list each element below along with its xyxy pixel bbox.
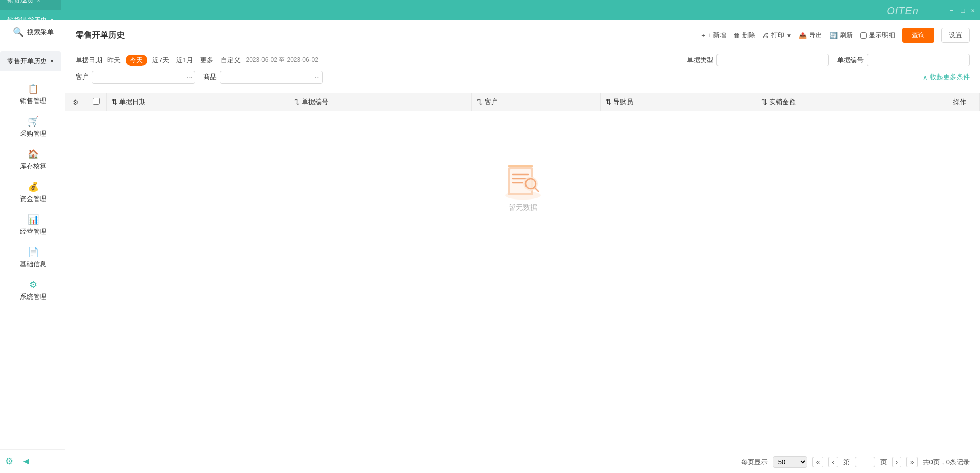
sidebar: 🔍 搜索采单 ⊞快捷导航📋销售管理🛒采购管理🏠库存核算💰资金管理📊经营管理📄基础… xyxy=(0,20,65,473)
main-layout: 🔍 搜索采单 ⊞快捷导航📋销售管理🛒采购管理🏠库存核算💰资金管理📊经营管理📄基础… xyxy=(0,20,980,473)
page-header: 零售开单历史 + + 新增 🗑 删除 🖨 打印 ▼ 📤 导出 xyxy=(65,20,980,48)
doc-type-select[interactable] xyxy=(716,54,829,66)
collapse-btn-container: ∧ 收起更多条件 xyxy=(923,70,970,84)
doc-number-label: 单据编号 xyxy=(837,56,864,65)
query-button[interactable]: 查询 xyxy=(902,28,934,43)
data-table: ⚙⇅ 单据日期⇅ 单据编号⇅ 客户⇅ 导购员⇅ 实销金额操作 xyxy=(65,93,980,111)
date-opt-5[interactable]: 自定义 xyxy=(219,55,243,66)
maximize-btn[interactable]: □ xyxy=(961,7,965,14)
tab-sales-return-history[interactable]: 销货退货历史× xyxy=(0,10,61,31)
finance-label: 资金管理 xyxy=(20,194,46,204)
display-detail-input[interactable] xyxy=(860,32,867,39)
col-header-date[interactable]: ⇅ 单据日期 xyxy=(106,93,289,111)
col-header-guide[interactable]: ⇅ 导购员 xyxy=(601,93,756,111)
date-opt-3[interactable]: 近1月 xyxy=(174,55,195,66)
sidebar-item-inventory[interactable]: 🏠库存核算 xyxy=(0,142,65,175)
inventory-label: 库存核算 xyxy=(20,162,46,171)
tab-retail-open-history[interactable]: 零售开单历史× xyxy=(0,51,61,71)
filter-row-1: 单据日期 昨天今天近7天近1月更多自定义 2023-06-02 至 2023-0… xyxy=(76,54,970,66)
product-input[interactable] xyxy=(220,71,323,84)
doc-type-label: 单据类型 xyxy=(687,56,713,65)
close-btn[interactable]: × xyxy=(971,7,975,14)
export-button[interactable]: 📤 导出 xyxy=(799,31,822,40)
table-header: ⚙⇅ 单据日期⇅ 单据编号⇅ 客户⇅ 导购员⇅ 实销金额操作 xyxy=(65,93,980,111)
delete-label: 删除 xyxy=(742,31,755,40)
sidebar-footer: ⚙ ◄ xyxy=(0,449,65,473)
col-header-number[interactable]: ⇅ 单据编号 xyxy=(289,93,472,111)
date-opt-1[interactable]: 今天 xyxy=(126,55,147,66)
print-button[interactable]: 🖨 打印 ▼ xyxy=(762,31,792,40)
collapse-icon: ∧ xyxy=(923,73,928,81)
date-opt-0[interactable]: 昨天 xyxy=(105,55,123,66)
prev-page-btn[interactable]: ‹ xyxy=(828,457,838,467)
display-detail-label: 显示明细 xyxy=(869,31,895,40)
delete-icon: 🗑 xyxy=(733,32,740,39)
refresh-button[interactable]: 🔄 刷新 xyxy=(829,31,853,40)
export-icon: 📤 xyxy=(799,32,807,39)
page-size-select[interactable]: 102050100 xyxy=(773,456,807,468)
brand-watermark: OfTEn xyxy=(887,5,919,17)
date-opt-2[interactable]: 近7天 xyxy=(150,55,171,66)
pagination-bar: 每页显示 102050100 « ‹ 第 1 页 › » 共0页，0条记录 xyxy=(65,451,980,473)
page-title: 零售开单历史 xyxy=(76,30,125,41)
settings-icon[interactable]: ⚙ xyxy=(5,456,13,467)
next-page-btn[interactable]: › xyxy=(892,457,901,467)
sidebar-item-operations[interactable]: 📊经营管理 xyxy=(0,208,65,240)
sys-mgmt-icon: ⚙ xyxy=(29,279,37,290)
print-icon: 🖨 xyxy=(762,32,769,39)
table-header-row: ⚙⇅ 单据日期⇅ 单据编号⇅ 客户⇅ 导购员⇅ 实销金额操作 xyxy=(65,93,980,111)
content-area: 零售开单历史 + + 新增 🗑 删除 🖨 打印 ▼ 📤 导出 xyxy=(65,20,980,473)
tab-close-sales-return-history[interactable]: × xyxy=(50,17,54,24)
sidebar-item-basic-info[interactable]: 📄基础信息 xyxy=(0,240,65,273)
settings-button[interactable]: 设置 xyxy=(941,28,970,43)
inventory-icon: 🏠 xyxy=(28,148,39,160)
filter-row-2: 客户 ··· 商品 ··· ∧ xyxy=(76,70,970,84)
tab-retail-open[interactable]: 零售开单× xyxy=(0,31,61,51)
tab-sales-return[interactable]: 销货退货× xyxy=(0,0,61,10)
delete-button[interactable]: 🗑 删除 xyxy=(733,31,755,40)
col-header-operation: 操作 xyxy=(939,93,980,111)
first-page-btn[interactable]: « xyxy=(812,457,823,467)
page-input[interactable]: 1 xyxy=(855,457,875,467)
refresh-label: 刷新 xyxy=(840,31,853,40)
col-header-settings: ⚙ xyxy=(65,93,86,111)
customer-filter: 客户 ··· xyxy=(76,71,195,84)
product-filter: 商品 ··· xyxy=(203,71,323,84)
sidebar-item-purchase-mgmt[interactable]: 🛒采购管理 xyxy=(0,110,65,142)
collapse-sidebar-icon[interactable]: ◄ xyxy=(21,456,31,467)
last-page-btn[interactable]: » xyxy=(906,457,917,467)
doc-number-input[interactable] xyxy=(867,54,970,66)
col-header-amount[interactable]: ⇅ 实销金额 xyxy=(756,93,939,111)
minimize-btn[interactable]: － xyxy=(948,6,955,15)
date-label: 单据日期 xyxy=(76,56,102,65)
tab-close-retail-open-history[interactable]: × xyxy=(50,58,54,65)
collapse-label: 收起更多条件 xyxy=(930,72,970,82)
collapse-button[interactable]: ∧ 收起更多条件 xyxy=(923,70,970,84)
purchase-mgmt-icon: 🛒 xyxy=(28,116,39,127)
tab-close-retail-open[interactable]: × xyxy=(37,37,40,44)
tab-close-sales-return[interactable]: × xyxy=(37,0,40,4)
col-header-checkbox xyxy=(86,93,106,111)
empty-illustration xyxy=(497,152,548,203)
filter-area: 单据日期 昨天今天近7天近1月更多自定义 2023-06-02 至 2023-0… xyxy=(65,48,980,93)
date-opt-4[interactable]: 更多 xyxy=(198,55,216,66)
operations-label: 经营管理 xyxy=(20,227,46,236)
sidebar-item-sales-mgmt[interactable]: 📋销售管理 xyxy=(0,77,65,110)
print-dropdown-icon: ▼ xyxy=(786,33,792,38)
customer-input[interactable] xyxy=(92,71,195,84)
sidebar-item-finance[interactable]: 💰资金管理 xyxy=(0,175,65,208)
doc-type-input-wrap xyxy=(716,54,829,66)
new-icon: + xyxy=(701,32,705,39)
empty-text: 暂无数据 xyxy=(509,203,537,212)
display-detail-checkbox[interactable]: 显示明细 xyxy=(860,31,895,40)
customer-dots[interactable]: ··· xyxy=(187,73,192,81)
sidebar-item-sys-mgmt[interactable]: ⚙系统管理 xyxy=(0,273,65,306)
new-button[interactable]: + + 新增 xyxy=(701,31,726,40)
col-header-customer[interactable]: ⇅ 客户 xyxy=(472,93,601,111)
header-actions: + + 新增 🗑 删除 🖨 打印 ▼ 📤 导出 🔄 xyxy=(701,28,970,43)
basic-info-icon: 📄 xyxy=(28,246,39,258)
product-dots[interactable]: ··· xyxy=(315,73,320,81)
select-all-checkbox[interactable] xyxy=(93,98,100,105)
new-label: + 新增 xyxy=(707,31,726,40)
product-label: 商品 xyxy=(203,72,217,82)
